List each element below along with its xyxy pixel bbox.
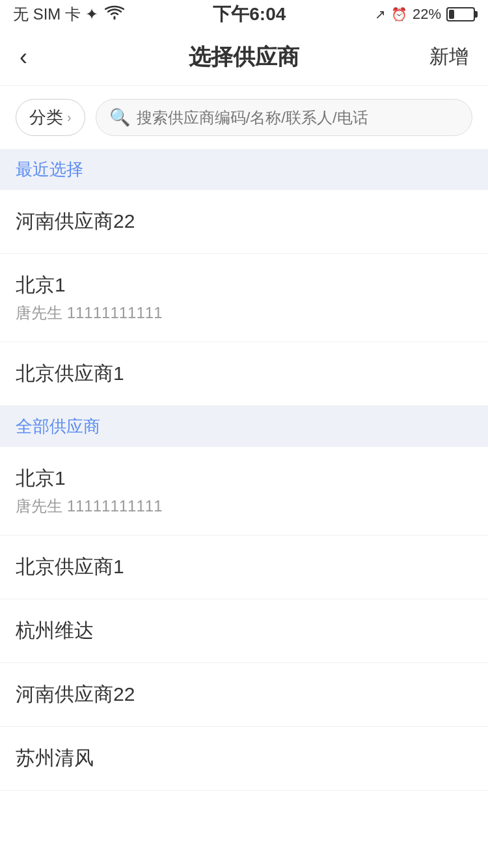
status-left: 无 SIM 卡 ✦ (13, 4, 124, 25)
alarm-icon: ⏰ (391, 7, 407, 22)
category-filter[interactable]: 分类 › (16, 99, 85, 136)
item-name: 苏州清风 (16, 745, 472, 772)
wifi-icon (105, 5, 124, 23)
list-item[interactable]: 河南供应商22 (0, 190, 488, 254)
page-title: 选择供应商 (189, 42, 299, 72)
list-item[interactable]: 北京1唐先生 11111111111 (0, 254, 488, 342)
sections-container: 最近选择河南供应商22北京1唐先生 11111111111北京供应商1全部供应商… (0, 149, 488, 791)
item-name: 北京供应商1 (16, 554, 472, 580)
battery-fill (449, 10, 454, 19)
filter-bar: 分类 › 🔍 (0, 86, 488, 149)
status-right: ↗ ⏰ 22% (375, 6, 475, 23)
item-name: 北京1 (16, 272, 472, 299)
item-name: 北京1 (16, 465, 472, 492)
search-icon: 🔍 (109, 107, 130, 128)
list-item[interactable]: 北京供应商1 (0, 342, 488, 406)
list-item[interactable]: 苏州清风 (0, 727, 488, 791)
battery-icon (446, 7, 475, 21)
item-sub: 唐先生 11111111111 (16, 496, 472, 517)
back-button[interactable]: ‹ (20, 44, 59, 71)
status-time: 下午6:04 (213, 2, 286, 27)
item-name: 河南供应商22 (16, 208, 472, 235)
add-button[interactable]: 新增 (429, 44, 468, 70)
list-item[interactable]: 北京1唐先生 11111111111 (0, 447, 488, 536)
list-item[interactable]: 北京供应商1 (0, 536, 488, 599)
search-input[interactable] (137, 109, 459, 127)
search-box[interactable]: 🔍 (96, 99, 472, 136)
location-icon: ↗ (375, 7, 386, 22)
item-name: 河南供应商22 (16, 681, 472, 708)
section-header-all: 全部供应商 (0, 406, 488, 447)
category-label: 分类 (29, 106, 63, 129)
sim-status: 无 SIM 卡 ✦ (13, 4, 98, 25)
chevron-right-icon: › (67, 110, 72, 125)
status-bar: 无 SIM 卡 ✦ 下午6:04 ↗ ⏰ 22% (0, 0, 488, 29)
list-item[interactable]: 杭州维达 (0, 599, 488, 663)
section-header-recent: 最近选择 (0, 149, 488, 190)
nav-bar: ‹ 选择供应商 新增 (0, 29, 488, 86)
item-name: 北京供应商1 (16, 360, 472, 387)
list-item[interactable]: 河南供应商22 (0, 663, 488, 727)
item-name: 杭州维达 (16, 617, 472, 644)
item-sub: 唐先生 11111111111 (16, 303, 472, 323)
battery-percent: 22% (413, 6, 441, 23)
